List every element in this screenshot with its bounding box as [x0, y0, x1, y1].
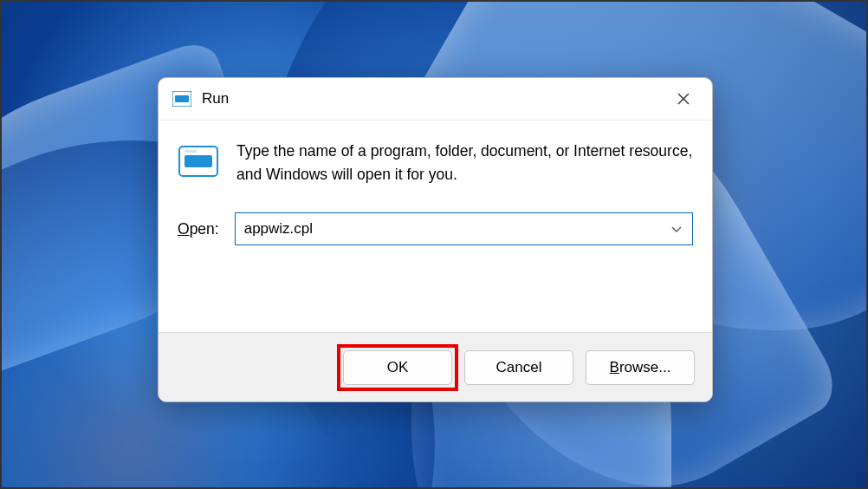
open-combobox[interactable]: [235, 212, 693, 245]
run-icon: [172, 90, 191, 108]
dialog-body: Type the name of a program, folder, docu…: [159, 121, 712, 332]
svg-rect-1: [175, 95, 189, 102]
open-input[interactable]: [244, 220, 668, 238]
button-bar: OK Cancel Browse...: [159, 332, 712, 401]
close-icon: [677, 93, 690, 105]
cancel-button[interactable]: Cancel: [464, 350, 573, 385]
run-large-icon: [178, 143, 219, 185]
ok-button[interactable]: OK: [343, 350, 452, 385]
screenshot-frame: Run Type the name of a program, folder, …: [0, 0, 868, 489]
close-button[interactable]: [664, 81, 703, 117]
run-dialog: Run Type the name of a program, folder, …: [158, 77, 713, 402]
chevron-down-icon[interactable]: [668, 223, 685, 236]
svg-rect-6: [185, 150, 197, 153]
dialog-description: Type the name of a program, folder, docu…: [236, 140, 693, 186]
open-label: Open:: [178, 220, 219, 238]
dialog-title: Run: [202, 90, 664, 108]
browse-button[interactable]: Browse...: [586, 350, 695, 385]
titlebar[interactable]: Run: [159, 78, 712, 121]
svg-rect-5: [185, 155, 212, 167]
